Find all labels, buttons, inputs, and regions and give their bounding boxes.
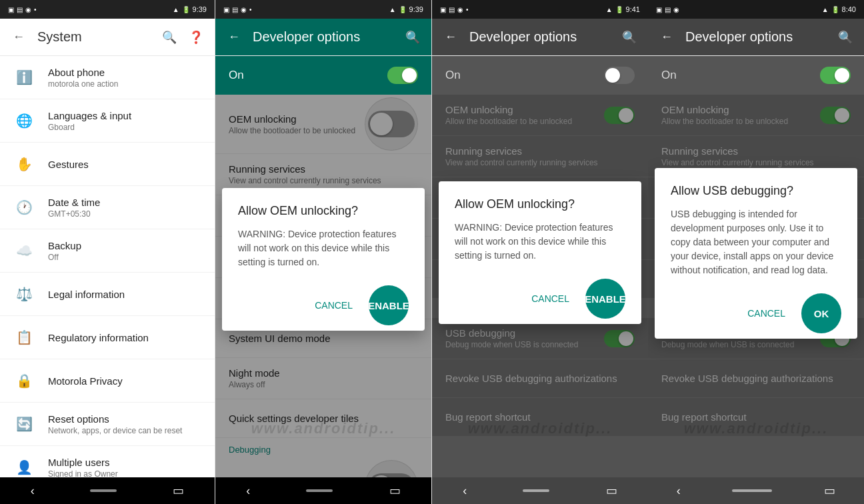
system-icons-left: ▲ 🔋 9:39: [173, 5, 207, 13]
back-nav-right[interactable]: ‹: [671, 479, 686, 503]
notification-icon-2: ▤: [17, 6, 23, 13]
right-mid-content: OEM unlocking Allow the bootloader to be…: [432, 95, 648, 477]
settings-item-users[interactable]: 👤 Multiple users Signed in as Owner: [0, 446, 215, 477]
datetime-subtitle: GMT+05:30: [48, 209, 204, 219]
back-icon-mid[interactable]: ←: [226, 29, 242, 45]
settings-item-languages[interactable]: 🌐 Languages & input Gboard: [0, 99, 215, 143]
notification-icon-4: •: [34, 6, 37, 13]
notification-icon-3: ◉: [25, 6, 31, 13]
oem-dialog-enable-btn[interactable]: Enable: [369, 285, 409, 325]
nav-bar-mid: ‹ ▭: [215, 477, 431, 504]
wifi-icon-left: ▲: [173, 6, 179, 13]
oem-dialog-title-right-mid: Allow OEM unlocking?: [455, 197, 625, 211]
settings-item-datetime[interactable]: 🕐 Date & time GMT+05:30: [0, 186, 215, 229]
help-icon-left[interactable]: ❓: [188, 29, 204, 45]
privacy-icon: 🔒: [11, 367, 37, 394]
time-left: 9:39: [193, 5, 207, 13]
home-nav-right: [732, 489, 772, 492]
settings-item-regulatory[interactable]: 📋 Regulatory information: [0, 316, 215, 359]
usb-dialog-ok-btn[interactable]: OK: [801, 293, 841, 333]
reset-title: Reset options: [48, 413, 204, 425]
back-nav-right-mid[interactable]: ‹: [457, 479, 472, 503]
oem-dialog-cancel-btn-right-mid[interactable]: Cancel: [521, 279, 580, 319]
settings-item-privacy[interactable]: 🔒 Motorola Privacy: [0, 359, 215, 403]
search-icon-right[interactable]: 🔍: [837, 29, 853, 45]
status-bar-left: ▣ ▤ ◉ • ▲ 🔋 9:39: [0, 0, 215, 19]
usb-dialog-title: Allow USB debugging?: [671, 184, 841, 198]
right-panel: ▣▤◉ ▲ 🔋 8:40 ← Developer options 🔍 On OE…: [648, 0, 864, 504]
dev-on-row-right-mid: On: [432, 56, 648, 95]
back-icon-left[interactable]: ←: [11, 29, 27, 45]
oem-dialog-body: WARNING: Device protection features will…: [238, 227, 409, 269]
backup-subtitle: Off: [48, 253, 204, 262]
settings-item-backup[interactable]: ☁️ Backup Off: [0, 229, 215, 273]
languages-icon: 🌐: [11, 107, 37, 134]
dev-on-toggle-right[interactable]: [820, 67, 851, 84]
left-panel: ▣ ▤ ◉ • ▲ 🔋 9:39 ← System 🔍 ❓ ℹ️ About p…: [0, 0, 215, 504]
battery-right-mid: 🔋: [615, 6, 623, 13]
toolbar-mid: ← Developer options 🔍: [215, 19, 431, 56]
recents-nav-mid[interactable]: ▭: [384, 478, 406, 503]
time-mid: 9:39: [409, 5, 423, 13]
settings-item-reset[interactable]: 🔄 Reset options Network, apps, or device…: [0, 403, 215, 446]
languages-subtitle: Gboard: [48, 123, 204, 132]
back-icon-right-mid[interactable]: ←: [443, 29, 459, 45]
wifi-icon-mid: ▲: [389, 6, 396, 13]
usb-dialog-actions: Cancel OK: [671, 288, 841, 333]
battery-right: 🔋: [831, 6, 839, 13]
system-icons-right-mid: ▲ 🔋 9:41: [606, 5, 640, 13]
time-right-mid: 9:41: [626, 5, 640, 13]
about-title: About phone: [48, 67, 204, 78]
nav-bar-right: ‹ ▭: [648, 477, 864, 504]
back-icon-right[interactable]: ←: [659, 29, 675, 45]
back-nav-mid[interactable]: ‹: [241, 479, 255, 503]
gestures-title: Gestures: [48, 159, 204, 170]
recents-nav-right-mid[interactable]: ▭: [601, 478, 623, 503]
search-icon-right-mid[interactable]: 🔍: [621, 29, 637, 45]
usb-dialog-cancel-btn[interactable]: Cancel: [737, 293, 796, 333]
legal-icon: ⚖️: [11, 281, 37, 307]
recents-nav-right[interactable]: ▭: [819, 478, 841, 503]
gestures-icon: ✋: [11, 151, 37, 177]
settings-item-legal[interactable]: ⚖️ Legal information: [0, 273, 215, 316]
usb-dialog: Allow USB debugging? USB debugging is in…: [655, 168, 857, 339]
about-subtitle: motorola one action: [48, 79, 204, 89]
search-icon-left[interactable]: 🔍: [161, 29, 177, 45]
dev-on-toggle-right-mid[interactable]: [604, 67, 635, 84]
recents-nav-left[interactable]: ▭: [167, 478, 189, 503]
toolbar-left: ← System 🔍 ❓: [0, 19, 215, 56]
settings-item-gestures[interactable]: ✋ Gestures: [0, 143, 215, 186]
dev-on-row-right: On: [648, 56, 864, 95]
oem-dialog-title: Allow OEM unlocking?: [238, 204, 409, 218]
search-icon-mid[interactable]: 🔍: [405, 29, 421, 45]
notification-icons-mid: ▣▤◉•: [223, 6, 252, 13]
toolbar-right: ← Developer options 🔍: [648, 19, 864, 56]
oem-dialog: Allow OEM unlocking? WARNING: Device pro…: [222, 188, 425, 331]
dev-on-label-right: On: [661, 69, 820, 82]
users-icon: 👤: [11, 454, 37, 477]
back-nav-left[interactable]: ‹: [25, 479, 40, 503]
toolbar-title-right-mid: Developer options: [469, 29, 611, 45]
privacy-title: Motorola Privacy: [48, 375, 204, 387]
home-nav-left: [90, 489, 117, 492]
oem-dialog-actions: Cancel Enable: [238, 280, 409, 325]
toolbar-title-right: Developer options: [685, 29, 827, 45]
status-bar-mid: ▣▤◉• ▲ 🔋 9:39: [215, 0, 431, 19]
settings-item-about[interactable]: ℹ️ About phone motorola one action: [0, 56, 215, 99]
dev-on-toggle-mid[interactable]: [387, 67, 418, 84]
oem-dialog-cancel-btn[interactable]: Cancel: [304, 285, 363, 325]
notification-icon-1: ▣: [8, 6, 14, 13]
dev-on-header-right-mid: On: [432, 56, 648, 95]
home-nav-right-mid: [523, 489, 549, 492]
backup-title: Backup: [48, 240, 204, 251]
system-icons-mid: ▲ 🔋 9:39: [389, 5, 423, 13]
languages-title: Languages & input: [48, 110, 204, 121]
users-title: Multiple users: [48, 457, 204, 468]
settings-list-left: ℹ️ About phone motorola one action 🌐 Lan…: [0, 56, 215, 477]
status-bar-right-mid: ▣▤◉• ▲ 🔋 9:41: [432, 0, 648, 19]
dev-on-label-mid: On: [229, 69, 387, 82]
toolbar-right-mid: ← Developer options 🔍: [432, 19, 648, 56]
oem-dialog-enable-btn-right-mid[interactable]: Enable: [585, 279, 625, 319]
dev-on-row-mid: On: [215, 56, 431, 95]
datetime-title: Date & time: [48, 197, 204, 208]
